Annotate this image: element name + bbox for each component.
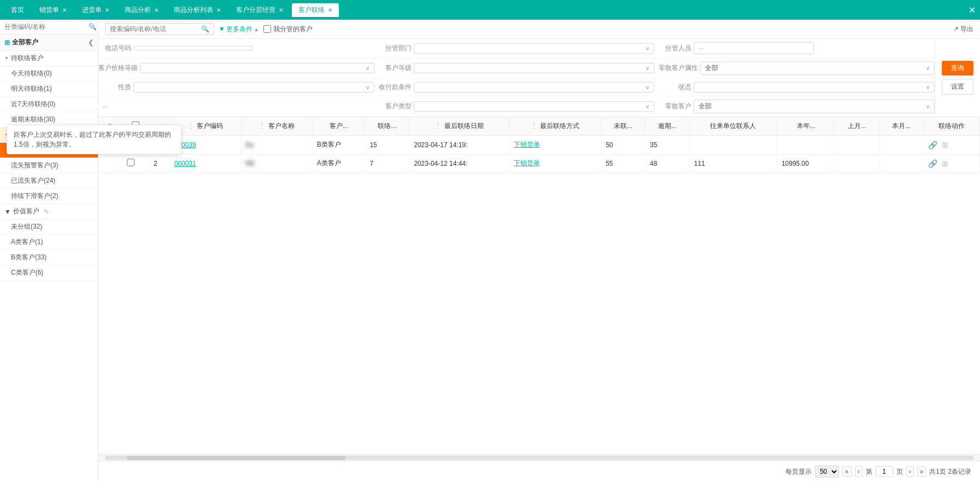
row2-name: RE .	[241, 154, 312, 173]
more-dots-icon[interactable]: ···	[98, 101, 113, 112]
row2-unreached: 55	[601, 154, 645, 173]
row1-this-month	[879, 136, 924, 154]
filter-person-input[interactable]: ···	[694, 42, 814, 54]
row2-settings	[98, 154, 122, 173]
filter-nature-select[interactable]: ∨	[133, 82, 374, 92]
col-overdue: 逾期...	[645, 117, 690, 136]
nav-product-list-close[interactable]: ✕	[216, 7, 221, 13]
edit-icon[interactable]: ✎	[44, 208, 49, 216]
scroll-thumb[interactable]	[127, 456, 345, 460]
sort-icon-method: ⋮	[531, 122, 537, 130]
more-conditions-btn[interactable]: ▼ 更多条件 ▲	[219, 25, 259, 34]
nav-product-analysis-close[interactable]: ✕	[154, 7, 159, 13]
per-page-select[interactable]: 50	[815, 466, 839, 478]
col-contact: 联络...	[365, 117, 409, 136]
sidebar-item-7days[interactable]: 近7天待联络(0)	[0, 97, 98, 112]
nav-purchase[interactable]: 进货单 ✕	[75, 3, 116, 17]
sidebar-collapse-btn[interactable]: ❮	[88, 39, 93, 47]
sort-icon-date: ⋮	[435, 122, 441, 130]
filter-payment: 收付款条件 ∨	[379, 82, 655, 92]
sidebar-search-input[interactable]	[4, 23, 86, 31]
last-page-btn[interactable]: »	[917, 466, 926, 477]
search-box[interactable]: 🔍	[105, 23, 214, 35]
nav-home[interactable]: 首页	[4, 3, 31, 17]
sidebar-group-value[interactable]: ▼ 价值客户 ✎	[0, 204, 98, 219]
filter-customer-level: 客户等级 ∨	[379, 63, 655, 73]
filter-customer-type: 客户类型 ∨	[379, 101, 655, 112]
export-button[interactable]: ↗ 导出	[953, 25, 973, 34]
nav-customer-layer-close[interactable]: ✕	[279, 7, 283, 13]
my-customers-check[interactable]	[263, 25, 271, 33]
filter-phone-input[interactable]	[133, 46, 254, 50]
chevron-payment: ∨	[645, 84, 649, 90]
next-page-btn[interactable]: ›	[906, 466, 914, 477]
sidebar-item-b-class[interactable]: B类客户(33)	[0, 250, 98, 265]
sidebar-item-churn-warning[interactable]: 流失预警客户(3)	[0, 158, 98, 173]
row1-link-icon[interactable]: 🔗	[928, 141, 937, 149]
table-row: 2 000031 RE . A类客户 7 2023-04-12 14:44: 下…	[98, 154, 980, 173]
nav-customer-contact-close[interactable]: ✕	[328, 7, 332, 13]
row1-last-method[interactable]: 下销货单	[509, 136, 601, 154]
nav-product-list[interactable]: 商品分析列表 ✕	[167, 3, 227, 17]
sidebar-item-a-class[interactable]: A类客户(1)	[0, 235, 98, 250]
col-action: 联络动作	[923, 117, 979, 136]
nav-sales[interactable]: 销货单 ✕	[33, 3, 73, 17]
col-type: 客户...	[312, 117, 365, 136]
filter-customer-level-select[interactable]: ∨	[414, 63, 655, 73]
chevron-nature: ∨	[366, 84, 369, 90]
chevron-status: ∨	[926, 84, 930, 90]
filter-price-level-select[interactable]: ∨	[140, 63, 374, 73]
sidebar-item-tomorrow[interactable]: 明天待联络(1)	[0, 82, 98, 97]
filter-customer-type-select[interactable]: ∨	[414, 101, 655, 112]
sidebar-item-ungroup[interactable]: 未分组(32)	[0, 219, 98, 235]
filter-rows-container: 电话号码 分管部门 ∨ 分管人员 ···	[98, 39, 935, 117]
dots-icon[interactable]: ···	[699, 44, 704, 52]
row2-grid-icon[interactable]: ⊞	[942, 159, 948, 168]
filter-price-level: 客户价格等级 ∨	[98, 63, 374, 73]
sidebar-item-c-class[interactable]: C类客户(6)	[0, 265, 98, 281]
customer-table: ⚙ ⋮ 客户编码 ⋮ 客户名称	[98, 117, 980, 173]
row2-link-icon[interactable]: 🔗	[928, 159, 937, 168]
sidebar-all-customers-title: ⊞ 全部客户 ❮	[0, 34, 98, 51]
query-button[interactable]: 查询	[942, 61, 973, 76]
row1-grid-icon[interactable]: ⊞	[942, 141, 948, 149]
sidebar-item-today[interactable]: 今天待联络(0)	[0, 66, 98, 82]
nav-customer-contact[interactable]: 客户联络 ✕	[292, 3, 339, 17]
row2-this-year: 10995.00	[777, 154, 835, 173]
main-search-input[interactable]	[110, 25, 199, 33]
prev-page-btn[interactable]: ‹	[855, 466, 862, 477]
filter-payment-select[interactable]: ∨	[414, 82, 655, 92]
filter-status: 状态 ∨	[659, 82, 935, 92]
row2-code[interactable]: 000031	[169, 154, 240, 173]
nav-customer-layer[interactable]: 客户分层经营 ✕	[230, 3, 290, 17]
row2-overdue: 48	[645, 154, 690, 173]
nav-purchase-close[interactable]: ✕	[105, 7, 109, 13]
first-page-btn[interactable]: «	[842, 466, 852, 477]
filter-dept: 分管部门 ∨	[379, 43, 655, 54]
my-customers-checkbox[interactable]: 我分管的客户	[263, 25, 313, 34]
row1-contact: 15	[365, 136, 409, 154]
filter-status-select[interactable]: ∨	[694, 82, 935, 92]
chevron-ctype: ∨	[645, 103, 649, 109]
filter-scattered-attr-select[interactable]: 全部∨	[700, 61, 935, 75]
nav-sales-close[interactable]: ✕	[62, 7, 67, 13]
window-close-button[interactable]: ✕	[969, 5, 976, 15]
top-navigation: 首页 销货单 ✕ 进货单 ✕ 商品分析 ✕ 商品分析列表 ✕ 客户分层经营 ✕ …	[0, 0, 980, 20]
row1-unreached: 50	[601, 136, 645, 154]
page-number-input[interactable]	[876, 466, 893, 477]
row1-type: B类客户	[312, 136, 365, 154]
filter-dept-select[interactable]: ∨	[414, 43, 655, 54]
filter-scattered-customer-select[interactable]: 全部∨	[694, 100, 935, 113]
row2-last-method[interactable]: 下销货单	[509, 154, 601, 173]
sidebar-search-icon[interactable]: 🔍	[89, 23, 97, 31]
row2-check[interactable]	[127, 159, 134, 166]
search-icon[interactable]: 🔍	[201, 25, 209, 33]
row2-index: 2	[149, 154, 170, 173]
sidebar-group-waiting-contact[interactable]: ▼ 待联络客户	[0, 51, 98, 66]
sidebar-item-churned[interactable]: 已流失客户(24)	[0, 173, 98, 189]
nav-product-analysis[interactable]: 商品分析 ✕	[118, 3, 165, 17]
sidebar-item-declining[interactable]: 持续下滑客户(2)	[0, 189, 98, 204]
settings-button[interactable]: 设置	[942, 79, 973, 95]
horizontal-scrollbar[interactable]	[98, 454, 980, 461]
row2-contacts: 111	[689, 154, 777, 173]
